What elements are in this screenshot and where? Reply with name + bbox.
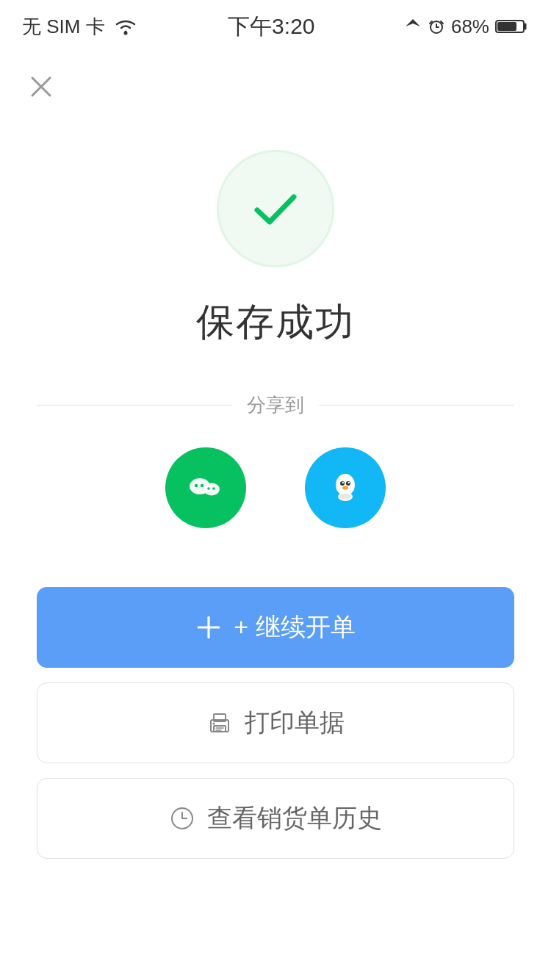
print-icon	[206, 710, 233, 736]
svg-point-10	[195, 484, 198, 487]
continue-button[interactable]: + 继续开单	[37, 587, 514, 668]
svg-point-22	[342, 486, 348, 490]
svg-point-13	[212, 487, 215, 490]
status-bar: 无 SIM 卡 下午3:20 68%	[0, 0, 551, 53]
svg-point-20	[342, 482, 344, 483]
location-icon	[404, 18, 422, 35]
share-label: 分享到	[247, 392, 304, 418]
share-row	[165, 447, 386, 528]
divider-line-right	[319, 405, 514, 406]
battery-percent: 68%	[451, 15, 489, 38]
history-icon	[169, 805, 195, 832]
history-button[interactable]: 查看销货单历史	[37, 778, 514, 859]
svg-point-0	[123, 32, 127, 35]
svg-point-21	[348, 482, 350, 483]
success-title: 保存成功	[196, 297, 355, 348]
continue-label: + 继续开单	[234, 610, 355, 644]
main-content: 保存成功 分享到	[0, 120, 551, 859]
status-left: 无 SIM 卡	[22, 14, 139, 40]
print-label: 打印单据	[245, 706, 345, 740]
plus-icon	[195, 614, 222, 641]
qq-share-button[interactable]	[305, 447, 386, 528]
close-button[interactable]	[15, 60, 68, 113]
no-sim-text: 无 SIM 卡	[22, 14, 105, 40]
svg-rect-5	[497, 22, 516, 31]
svg-point-31	[213, 723, 215, 725]
divider-line-left	[37, 405, 232, 406]
alarm-icon	[428, 18, 445, 35]
wifi-icon	[112, 17, 139, 36]
svg-point-18	[340, 481, 345, 486]
svg-point-19	[346, 481, 350, 486]
svg-rect-28	[214, 726, 226, 732]
status-time: 下午3:20	[228, 12, 314, 42]
wechat-share-button[interactable]	[165, 447, 246, 528]
svg-point-12	[207, 487, 210, 490]
history-label: 查看销货单历史	[207, 801, 382, 835]
svg-point-23	[339, 494, 351, 500]
svg-point-9	[204, 483, 220, 496]
print-button[interactable]: 打印单据	[37, 682, 514, 763]
battery-icon	[495, 18, 529, 35]
status-right: 68%	[404, 15, 529, 38]
share-divider: 分享到	[37, 392, 514, 418]
svg-point-11	[201, 484, 204, 487]
success-icon-circle	[217, 150, 334, 267]
action-buttons: + 继续开单 打印单据 查看销货单历史	[37, 587, 514, 859]
